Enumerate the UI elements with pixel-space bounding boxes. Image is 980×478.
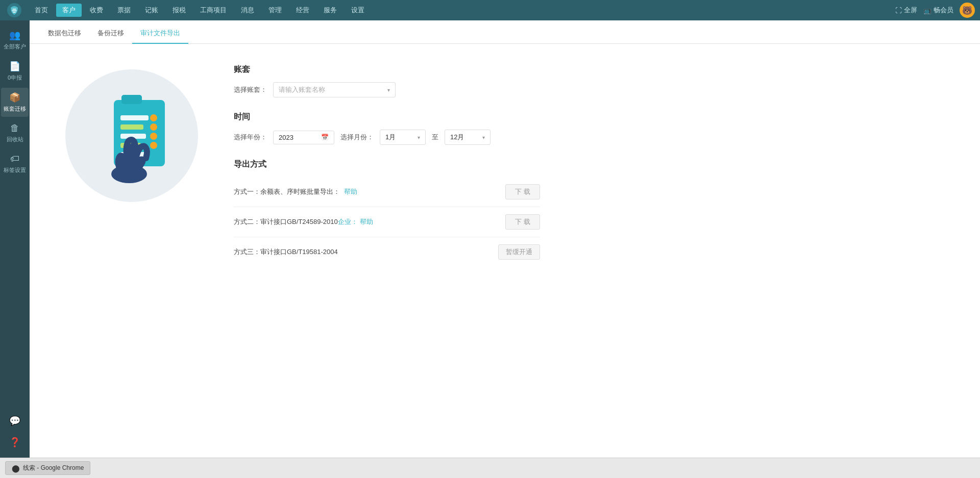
taskbar-item-label: 线索 - Google Chrome (23, 464, 84, 472)
tag-settings-icon: 🏷 (10, 154, 19, 164)
account-select[interactable]: 请输入账套名称 ▾ (273, 82, 396, 97)
vip-icon: 📺 (923, 7, 932, 14)
method-3-desc: 方式三：审计接口GB/T19581-2004 (234, 247, 338, 257)
nav-client[interactable]: 客户 (56, 4, 82, 17)
nav-items: 首页 客户 收费 票据 记账 报税 工商项目 消息 管理 经营 服务 设置 (29, 4, 895, 17)
year-input[interactable]: 2023 📅 (273, 131, 334, 144)
sidebar-item-zero-declare[interactable]: 📄 0申报 (1, 57, 29, 86)
month-end-value: 12月 (450, 133, 464, 142)
nav-bookkeeping[interactable]: 记账 (139, 4, 164, 17)
avatar[interactable]: 🐻 (960, 3, 975, 18)
tab-audit-export[interactable]: 审计文件导出 (132, 23, 188, 44)
method-2-desc: 方式二：审计接口GB/T24589-2010企业：帮助 (234, 217, 373, 227)
export-method-2: 方式二：审计接口GB/T24589-2010企业：帮助 下 载 (234, 207, 540, 237)
sidebar-item-account-migration[interactable]: 📦 账套迁移 (1, 88, 29, 117)
svg-point-9 (150, 114, 157, 121)
time-section-title: 时间 (234, 112, 540, 122)
method-1-download-btn[interactable]: 下 载 (505, 184, 540, 199)
nav-settings[interactable]: 设置 (345, 4, 371, 17)
recycle-icon: 🗑 (10, 123, 19, 134)
sidebar-bottom: 💬 ❓ (6, 412, 24, 458)
svg-point-12 (150, 142, 157, 149)
sidebar-item-tag-settings[interactable]: 🏷 标签设置 (1, 149, 29, 178)
illustration-area (60, 64, 203, 437)
form-area: 账套 选择账套： 请输入账套名称 ▾ 时间 选择年份： (234, 64, 540, 437)
month-start-value: 1月 (385, 133, 396, 142)
sidebar: 👥 全部客户 📄 0申报 📦 账套迁移 🗑 回收站 🏷 标签设置 💬 ❓ (0, 20, 30, 458)
top-navigation: 首页 客户 收费 票据 记账 报税 工商项目 消息 管理 经营 服务 设置 ⛶ … (0, 0, 980, 20)
account-form-row: 选择账套： 请输入账套名称 ▾ (234, 82, 540, 97)
fullscreen-icon: ⛶ (895, 7, 902, 14)
nav-operation[interactable]: 经营 (290, 4, 315, 17)
method-1-desc: 方式一：余额表、序时账批量导出： 帮助 (234, 187, 357, 196)
taskbar: ⬤ 线索 - Google Chrome (0, 458, 980, 478)
year-value: 2023 (279, 134, 293, 141)
nav-billing[interactable]: 收费 (84, 4, 109, 17)
tab-backup-migration[interactable]: 备份迁移 (89, 23, 132, 44)
account-label: 选择账套： (234, 85, 267, 94)
tab-data-migration[interactable]: 数据包迁移 (40, 23, 89, 44)
all-clients-icon: 👥 (9, 30, 20, 41)
svg-point-10 (150, 123, 157, 131)
account-select-arrow: ▾ (387, 87, 390, 93)
month-label: 选择月份： (340, 133, 374, 142)
sidebar-item-all-clients[interactable]: 👥 全部客户 (1, 26, 29, 55)
main-layout: 👥 全部客户 📄 0申报 📦 账套迁移 🗑 回收站 🏷 标签设置 💬 ❓ 数据包… (0, 20, 980, 458)
tabs-bar: 数据包迁移 备份迁移 审计文件导出 (30, 20, 980, 44)
export-section-title: 导出方式 (234, 159, 540, 170)
svg-rect-3 (121, 95, 142, 104)
calendar-icon: 📅 (321, 134, 329, 141)
month-start-arrow: ▾ (418, 135, 420, 140)
fullscreen-btn[interactable]: ⛶ 全屏 (895, 6, 917, 15)
taskbar-chrome-item[interactable]: ⬤ 线索 - Google Chrome (5, 461, 90, 475)
export-method-1: 方式一：余额表、序时账批量导出： 帮助 下 载 (234, 177, 540, 207)
month-end-select[interactable]: 12月 ▾ (445, 130, 491, 145)
method-2-download-btn[interactable]: 下 载 (505, 214, 540, 230)
app-logo[interactable] (5, 1, 23, 19)
help-icon-btn[interactable]: ❓ (6, 433, 24, 451)
method-3-open-btn[interactable]: 暂缓开通 (498, 244, 540, 260)
page-content: 账套 选择账套： 请输入账套名称 ▾ 时间 选择年份： (30, 44, 980, 458)
svg-point-11 (150, 133, 157, 140)
nav-business[interactable]: 工商项目 (194, 4, 233, 17)
method-1-help-link[interactable]: 帮助 (344, 188, 357, 195)
account-migration-icon: 📦 (9, 92, 20, 103)
nav-tax[interactable]: 报税 (166, 4, 192, 17)
month-end-arrow: ▾ (482, 135, 485, 140)
illustration-svg (81, 80, 183, 192)
nav-home[interactable]: 首页 (29, 4, 54, 17)
nav-service[interactable]: 服务 (317, 4, 343, 17)
to-text: 至 (432, 133, 438, 142)
illustration-circle (65, 69, 198, 202)
export-method-3: 方式三：审计接口GB/T19581-2004 暂缓开通 (234, 237, 540, 267)
chrome-icon: ⬤ (12, 464, 20, 472)
method-2-company-tag: 企业： (338, 218, 358, 225)
time-form-row: 选择年份： 2023 📅 选择月份： 1月 ▾ 至 12月 (234, 130, 540, 145)
zero-declare-icon: 📄 (9, 61, 20, 72)
top-nav-right: ⛶ 全屏 📺 畅会员 🐻 (895, 3, 975, 18)
svg-rect-5 (120, 124, 143, 130)
month-start-select[interactable]: 1月 ▾ (380, 130, 426, 145)
svg-rect-4 (120, 115, 149, 120)
account-select-placeholder: 请输入账套名称 (279, 85, 325, 94)
year-label: 选择年份： (234, 133, 267, 142)
vip-btn[interactable]: 📺 畅会员 (923, 6, 953, 15)
nav-invoice[interactable]: 票据 (111, 4, 137, 17)
sidebar-item-recycle[interactable]: 🗑 回收站 (1, 119, 29, 147)
method-2-help-link[interactable]: 帮助 (360, 218, 373, 225)
content-area: 数据包迁移 备份迁移 审计文件导出 (30, 20, 980, 458)
message-icon-btn[interactable]: 💬 (6, 412, 24, 430)
export-section: 导出方式 方式一：余额表、序时账批量导出： 帮助 下 载 方式二：审计接口GB/… (234, 159, 540, 267)
account-section-title: 账套 (234, 64, 540, 75)
account-section: 账套 选择账套： 请输入账套名称 ▾ (234, 64, 540, 97)
nav-manage[interactable]: 管理 (262, 4, 288, 17)
nav-message[interactable]: 消息 (235, 4, 260, 17)
time-section: 时间 选择年份： 2023 📅 选择月份： 1月 ▾ 至 (234, 112, 540, 145)
